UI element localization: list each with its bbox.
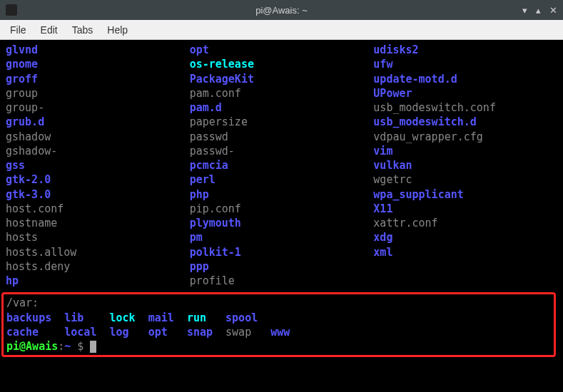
titlebar: pi@Awais: ~ ▾ ▴ ✕ xyxy=(0,0,563,20)
var-row-2: cache local log opt snap swap www xyxy=(6,325,551,339)
listing-entry: polkit-1 xyxy=(190,245,374,259)
listing-entry: passwd- xyxy=(190,144,374,158)
menubar: File Edit Tabs Help xyxy=(0,20,563,40)
listing-entry: plymouth xyxy=(190,216,374,230)
listing-entry: X11 xyxy=(373,202,557,216)
listing-entry: vulkan xyxy=(373,158,557,172)
listing-entry: papersize xyxy=(190,115,374,129)
var-entry: snap xyxy=(187,326,225,339)
listing-entry: xml xyxy=(373,245,557,259)
window-icon xyxy=(6,4,17,16)
var-entry: swap xyxy=(225,326,270,339)
var-section-highlight: /var: backups lib lock mail run spool ca… xyxy=(1,292,556,357)
listing-entry: groff xyxy=(6,72,190,86)
listing-entry: perl xyxy=(190,172,374,187)
listing-entry: glvnd xyxy=(6,43,190,57)
listing-entry: gtk-2.0 xyxy=(6,172,190,187)
listing-entry: pcmcia xyxy=(190,158,374,172)
listing-entry: update-motd.d xyxy=(373,72,557,86)
listing-col-3: udisks2ufwupdate-motd.dUPowerusb_modeswi… xyxy=(373,43,557,288)
listing-entry: xattr.conf xyxy=(373,216,557,230)
listing-entry: hp xyxy=(6,274,190,288)
listing-entry: gss xyxy=(6,158,190,172)
prompt-path: ~ xyxy=(64,340,71,353)
var-entry: spool xyxy=(225,311,270,324)
listing-entry: host.conf xyxy=(6,202,190,216)
prompt-symbol: $ xyxy=(71,340,90,353)
prompt-sep: : xyxy=(58,340,64,353)
listing-entry: vdpau_wrapper.cfg xyxy=(373,130,557,144)
var-entry: lib xyxy=(64,311,109,324)
var-entry: local xyxy=(64,326,109,339)
listing-entry: UPower xyxy=(373,86,557,100)
listing-entry: gtk-3.0 xyxy=(6,187,190,202)
menu-tabs[interactable]: Tabs xyxy=(66,22,99,38)
listing-entry: profile xyxy=(190,274,374,288)
listing-entry: hosts xyxy=(6,230,190,244)
var-entry: opt xyxy=(148,326,187,339)
listing-entry: gshadow- xyxy=(6,144,190,158)
listing-entry: pm xyxy=(190,230,374,244)
listing-entry: wpa_supplicant xyxy=(373,187,557,202)
listing-entry: pam.conf xyxy=(190,86,374,100)
listing-entry: usb_modeswitch.conf xyxy=(373,100,557,115)
minimize-button[interactable]: ▾ xyxy=(522,5,527,16)
var-entry: lock xyxy=(110,311,148,324)
menu-help[interactable]: Help xyxy=(101,22,133,38)
var-entry: mail xyxy=(148,311,187,324)
listing-entry: hosts.allow xyxy=(6,245,190,259)
prompt-line: pi@Awais:~ $ xyxy=(6,339,551,354)
listing-entry: group xyxy=(6,86,190,100)
var-entry: log xyxy=(110,326,148,339)
listing-entry: wgetrc xyxy=(373,172,557,187)
close-button[interactable]: ✕ xyxy=(549,5,557,16)
listing-col-2: optos-releasePackageKitpam.confpam.dpape… xyxy=(190,43,374,288)
listing-entry: os-release xyxy=(190,57,374,71)
listing-col-1: glvndgnomegroffgroupgroup-grub.dgshadowg… xyxy=(6,43,190,288)
listing-entry: group- xyxy=(6,100,190,115)
listing-entry: hostname xyxy=(6,216,190,230)
listing-entry: vim xyxy=(373,144,557,158)
directory-listing: glvndgnomegroffgroupgroup-grub.dgshadowg… xyxy=(6,43,557,288)
maximize-button[interactable]: ▴ xyxy=(536,5,541,16)
menu-edit[interactable]: Edit xyxy=(35,22,64,38)
menu-file[interactable]: File xyxy=(4,22,32,38)
listing-entry: opt xyxy=(190,43,374,57)
var-row-1: backups lib lock mail run spool xyxy=(6,311,551,325)
terminal[interactable]: glvndgnomegroffgroupgroup-grub.dgshadowg… xyxy=(0,40,563,392)
listing-entry: grub.d xyxy=(6,115,190,129)
var-entry: backups xyxy=(6,311,64,324)
listing-entry: ppp xyxy=(190,259,374,274)
var-entry: cache xyxy=(6,326,64,339)
listing-entry: hosts.deny xyxy=(6,259,190,274)
window-title: pi@Awais: ~ xyxy=(255,5,308,16)
listing-entry: pip.conf xyxy=(190,202,374,216)
var-entry: run xyxy=(187,311,225,324)
listing-entry: gnome xyxy=(6,57,190,71)
listing-entry: pam.d xyxy=(190,100,374,115)
listing-entry: xdg xyxy=(373,230,557,244)
var-entry: www xyxy=(270,326,303,339)
listing-entry: udisks2 xyxy=(373,43,557,57)
window-controls: ▾ ▴ ✕ xyxy=(522,5,557,16)
listing-entry: gshadow xyxy=(6,130,190,144)
prompt-userhost: pi@Awais xyxy=(6,340,58,353)
var-header: /var: xyxy=(6,296,551,310)
listing-entry: ufw xyxy=(373,57,557,71)
listing-entry: passwd xyxy=(190,130,374,144)
cursor xyxy=(90,341,96,353)
listing-entry: usb_modeswitch.d xyxy=(373,115,557,129)
listing-entry: php xyxy=(190,187,374,202)
listing-entry: PackageKit xyxy=(190,72,374,86)
